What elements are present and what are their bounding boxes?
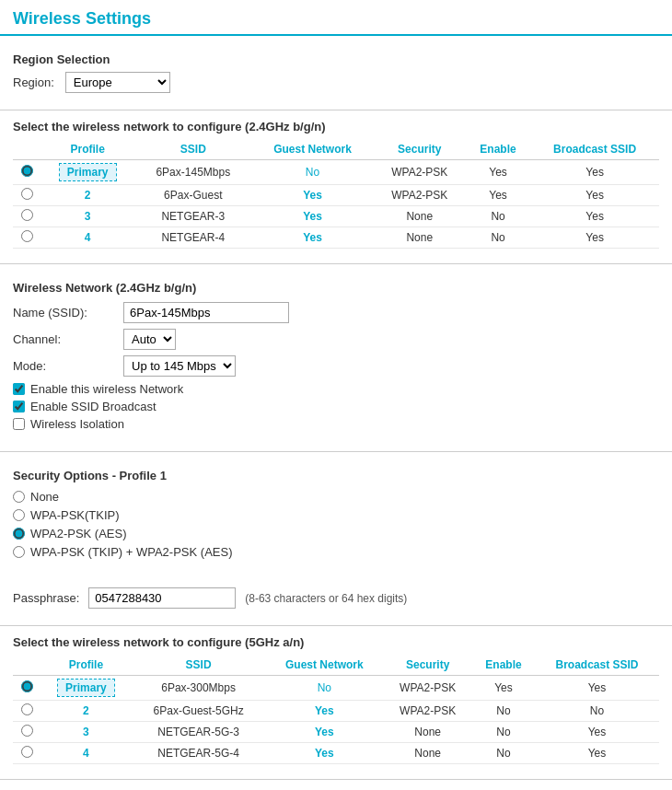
- enable-network-label: Enable this wireless Network: [30, 382, 183, 396]
- profile-cell[interactable]: 4: [41, 227, 134, 249]
- passphrase-input[interactable]: [88, 587, 236, 609]
- ssid-cell: 6Pax-145Mbps: [134, 160, 251, 185]
- broadcast-cell: Yes: [530, 206, 659, 227]
- ssid-name-label: Name (SSID):: [13, 306, 123, 319]
- top-divider: [0, 34, 672, 36]
- security-combined-radio[interactable]: [13, 546, 25, 558]
- ssid-broadcast-checkbox[interactable]: [13, 401, 25, 412]
- ssid-broadcast-label: Enable SSID Broadcast: [30, 400, 156, 413]
- guest-cell-5g[interactable]: Yes: [265, 701, 383, 722]
- col-select-5g: [13, 655, 41, 676]
- broadcast-cell-5g: Yes: [535, 722, 659, 743]
- enable-cell-5g: No: [472, 701, 535, 722]
- table-5ghz-label: Select the wireless network to configure…: [13, 635, 659, 649]
- broadcast-cell: Yes: [530, 160, 659, 185]
- network-table-5ghz: Profile SSID Guest Network Security Enab…: [13, 655, 659, 764]
- radio-cell[interactable]: [13, 227, 41, 249]
- channel-select[interactable]: Auto 1234 5678 91011: [123, 329, 176, 350]
- table-24ghz-section: Select the wireless network to configure…: [0, 120, 672, 254]
- radio-cell-5g[interactable]: [13, 676, 41, 701]
- mode-select[interactable]: Up to 54 Mbps Up to 145 Mbps Up to 300 M…: [123, 355, 236, 377]
- guest-cell[interactable]: Yes: [251, 227, 373, 249]
- security-cell: None: [374, 227, 466, 249]
- security-none-row: None: [13, 490, 659, 504]
- mode-label: Mode:: [13, 359, 123, 373]
- ssid-cell-5g: NETGEAR-5G-4: [132, 743, 266, 764]
- region-label: Region:: [13, 76, 54, 89]
- network-select-radio-5g[interactable]: [21, 680, 33, 692]
- guest-cell[interactable]: Yes: [251, 185, 373, 206]
- guest-cell-5g[interactable]: Yes: [265, 743, 383, 764]
- profile-number-5g: 4: [83, 747, 89, 760]
- network-select-radio-5g[interactable]: [21, 703, 33, 715]
- security-none-radio[interactable]: [13, 491, 25, 503]
- broadcast-cell: Yes: [530, 185, 659, 206]
- col-profile-5g: Profile: [41, 655, 132, 676]
- region-select[interactable]: Europe North America Asia Australia: [65, 72, 170, 93]
- region-title: Region Selection: [13, 52, 659, 66]
- divider-1: [0, 110, 672, 110]
- col-ssid-5g: SSID: [132, 655, 266, 676]
- network-select-radio[interactable]: [21, 209, 33, 221]
- col-broadcast-5g: Broadcast SSID: [535, 655, 659, 676]
- table-row: Primary 6Pax-300Mbps No WPA2-PSK Yes Yes: [13, 676, 659, 701]
- network-table-24ghz: Profile SSID Guest Network Security Enab…: [13, 139, 659, 249]
- profile-primary-badge-5g: Primary: [57, 679, 115, 697]
- guest-cell[interactable]: Yes: [251, 206, 373, 227]
- radio-cell-5g[interactable]: [13, 743, 41, 764]
- col-security-5g: Security: [383, 655, 472, 676]
- security-wpa-tkip-radio[interactable]: [13, 509, 25, 521]
- table-5ghz-section: Select the wireless network to configure…: [0, 635, 672, 770]
- network-select-radio[interactable]: [21, 165, 33, 177]
- guest-cell-5g[interactable]: Yes: [265, 722, 383, 743]
- security-combined-row: WPA-PSK (TKIP) + WPA2-PSK (AES): [13, 545, 659, 559]
- enable-cell: Yes: [466, 185, 530, 206]
- network-select-radio[interactable]: [21, 188, 33, 200]
- ssid-cell-5g: 6Pax-Guest-5GHz: [132, 701, 266, 722]
- network-select-radio-5g[interactable]: [21, 746, 33, 758]
- ssid-cell-5g: NETGEAR-5G-3: [132, 722, 266, 743]
- broadcast-cell-5g: Yes: [535, 743, 659, 764]
- profile-cell-5g[interactable]: Primary: [41, 676, 132, 701]
- enable-network-checkbox[interactable]: [13, 383, 25, 395]
- ssid-name-input[interactable]: [123, 302, 289, 323]
- enable-cell-5g: No: [472, 743, 535, 764]
- table-5g-header-row: Profile SSID Guest Network Security Enab…: [13, 655, 659, 676]
- profile-cell[interactable]: 2: [41, 185, 134, 206]
- col-enable-5g: Enable: [472, 655, 535, 676]
- divider-3: [0, 451, 672, 452]
- table-row: 3 NETGEAR-3 Yes None No Yes: [13, 206, 659, 227]
- security-wpa2-aes-radio[interactable]: [13, 528, 25, 540]
- wireless-isolation-checkbox[interactable]: [13, 418, 25, 430]
- security-cell-5g: None: [383, 722, 472, 743]
- profile-cell-5g[interactable]: 3: [41, 722, 132, 743]
- table-row: 4 NETGEAR-4 Yes None No Yes: [13, 227, 659, 249]
- security-none-label: None: [30, 490, 59, 504]
- radio-cell[interactable]: [13, 185, 41, 206]
- security-options-section: Security Options - Profile 1 None WPA-PS…: [0, 461, 672, 571]
- channel-label: Channel:: [13, 332, 123, 346]
- radio-cell[interactable]: [13, 160, 41, 185]
- security-cell: None: [374, 206, 466, 227]
- col-ssid-24: SSID: [134, 139, 251, 160]
- profile-cell[interactable]: 3: [41, 206, 134, 227]
- security-combined-label: WPA-PSK (TKIP) + WPA2-PSK (AES): [30, 545, 232, 559]
- table-row: 2 6Pax-Guest Yes WPA2-PSK Yes Yes: [13, 185, 659, 206]
- security-cell-5g: WPA2-PSK: [383, 701, 472, 722]
- security-tkip-row: WPA-PSK(TKIP): [13, 508, 659, 522]
- radio-cell[interactable]: [13, 206, 41, 227]
- guest-cell[interactable]: No: [251, 160, 373, 185]
- profile-cell-5g[interactable]: 4: [41, 743, 132, 764]
- guest-cell-5g[interactable]: No: [265, 676, 383, 701]
- radio-cell-5g[interactable]: [13, 701, 41, 722]
- broadcast-cell-5g: No: [535, 701, 659, 722]
- radio-cell-5g[interactable]: [13, 722, 41, 743]
- ssid-cell: 6Pax-Guest: [134, 185, 251, 206]
- network-select-radio-5g[interactable]: [21, 725, 33, 737]
- profile-primary-badge: Primary: [59, 163, 117, 181]
- profile-cell-5g[interactable]: 2: [41, 701, 132, 722]
- network-select-radio[interactable]: [21, 230, 33, 242]
- table-row: 3 NETGEAR-5G-3 Yes None No Yes: [13, 722, 659, 743]
- profile-cell[interactable]: Primary: [41, 160, 134, 185]
- broadcast-cell: Yes: [530, 227, 659, 249]
